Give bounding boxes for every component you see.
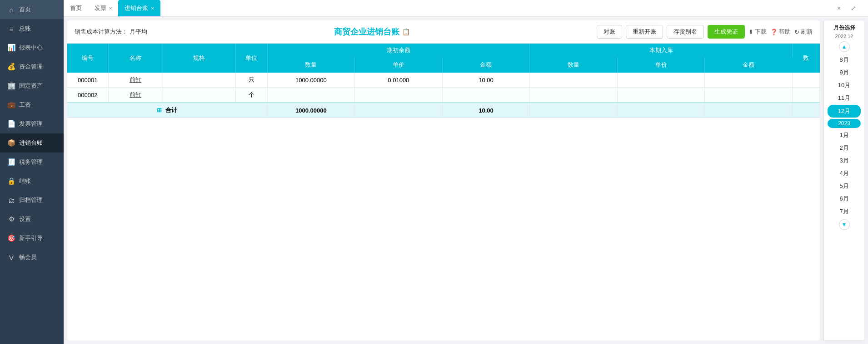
month-11-2022[interactable]: 11月 [824, 92, 864, 104]
month-12-2022[interactable]: 12月 [828, 105, 861, 118]
tab-purchase-sale[interactable]: 进销台账 × [118, 0, 160, 16]
scroll-down-button[interactable]: ▼ [839, 219, 850, 230]
content-area: 销售成本计算方法： 月平均 商贸企业进销台账 📋 对账 重新开账 存货别名 生成… [64, 17, 868, 344]
tab-home[interactable]: 首页 [64, 0, 88, 16]
sidebar-item-invoice-mgmt[interactable]: 📄 发票管理 [0, 114, 64, 133]
sidebar-item-label: 工资 [19, 101, 31, 109]
cell-unit: 只 [235, 73, 267, 88]
close-window-button[interactable]: × [833, 3, 844, 14]
total-text: 合计 [165, 107, 177, 113]
sidebar-item-tax[interactable]: 🧾 税务管理 [0, 152, 64, 172]
month-10-2022[interactable]: 10月 [824, 79, 864, 92]
title-text: 商贸企业进销台账 [334, 26, 399, 37]
cell-inbound-amount [705, 88, 793, 103]
month-2-2023[interactable]: 2月 [824, 142, 864, 154]
total-row: ⊞ 合计 1000.00000 10.00 [67, 103, 820, 118]
sidebar-item-vip[interactable]: V 畅会员 [0, 248, 64, 267]
sidebar-item-label: 结账 [19, 177, 31, 185]
th-extra: 数 [793, 44, 820, 73]
month-panel-title: 月份选择 [833, 24, 855, 32]
maximize-window-button[interactable]: ⤢ [848, 3, 859, 14]
sidebar-item-label: 资金管理 [19, 63, 43, 71]
month-6-2023[interactable]: 6月 [824, 192, 864, 205]
month-4-2023[interactable]: 4月 [824, 167, 864, 180]
table-row: 000002 前缸 个 [67, 88, 820, 103]
sidebar-item-general-ledger[interactable]: ≡ 总账 [0, 19, 64, 38]
cell-inbound-qty [530, 88, 618, 103]
total-inbound-price [617, 103, 705, 118]
toolbar-actions: 对账 重新开账 存货别名 生成凭证 ⬇ 下载 ❓ 帮助 ↻ 刷新 [597, 25, 813, 39]
tabs-bar: 首页 发票 × 进销台账 × × ⤢ [64, 0, 868, 17]
month-7-2023[interactable]: 7月 [824, 205, 864, 218]
cell-spec [163, 88, 235, 103]
cell-unit: 个 [235, 88, 267, 103]
payroll-icon: 💼 [7, 101, 15, 109]
total-opening-qty: 1000.00000 [267, 103, 355, 118]
table-wrapper: 编号 名称 规格 单位 期初余额 本期入库 数 数量 单价 金额 数 [67, 44, 820, 340]
sidebar-item-closing[interactable]: 🔒 结账 [0, 172, 64, 191]
sidebar-item-label: 畅会员 [19, 253, 37, 261]
help-button[interactable]: ❓ 帮助 [770, 28, 791, 36]
sidebar-item-fixed-assets[interactable]: 🏢 固定资产 [0, 76, 64, 95]
download-button[interactable]: ⬇ 下载 [748, 28, 767, 36]
total-opening-price [355, 103, 443, 118]
month-8-2022[interactable]: 8月 [824, 54, 864, 66]
cost-method: 销售成本计算方法： 月平均 [75, 28, 147, 36]
th-spec: 规格 [163, 44, 235, 73]
window-controls: × ⤢ [829, 3, 863, 14]
sidebar-item-settings[interactable]: ⚙ 设置 [0, 210, 64, 229]
refresh-label: 刷新 [801, 28, 813, 36]
cell-name[interactable]: 前缸 [108, 88, 163, 103]
vip-icon: V [7, 254, 15, 261]
reports-icon: 📊 [7, 44, 15, 52]
cell-opening-amount [442, 88, 530, 103]
total-extra [793, 103, 820, 118]
sidebar-item-archive[interactable]: 🗂 归档管理 [0, 191, 64, 210]
sidebar-item-payroll[interactable]: 💼 工资 [0, 95, 64, 114]
save-alias-button[interactable]: 存货别名 [667, 25, 704, 39]
tab-invoice[interactable]: 发票 × [88, 0, 118, 16]
tabs-left: 首页 发票 × 进销台账 × [64, 0, 160, 16]
invoice-mgmt-icon: 📄 [7, 120, 15, 128]
cell-code: 000002 [67, 88, 108, 103]
sidebar-item-guide[interactable]: 🎯 新手引导 [0, 229, 64, 248]
cell-spec [163, 73, 235, 88]
month-9-2022[interactable]: 9月 [824, 66, 864, 79]
reconcile-button[interactable]: 对账 [597, 25, 622, 39]
year-2023-badge: 2023 [828, 119, 861, 128]
cost-method-label: 销售成本计算方法： [75, 28, 128, 35]
cell-inbound-amount [705, 73, 793, 88]
title-info-icon[interactable]: 📋 [402, 28, 410, 35]
th-opening-amount: 金额 [442, 57, 530, 73]
guide-icon: 🎯 [7, 234, 15, 242]
sidebar-item-home[interactable]: ⌂ 首页 [0, 0, 64, 19]
tab-purchase-sale-close[interactable]: × [151, 5, 154, 11]
generate-voucher-button[interactable]: 生成凭证 [708, 25, 745, 39]
sidebar-item-purchase-sale[interactable]: 📦 进销台账 [0, 133, 64, 152]
month-1-2023[interactable]: 1月 [824, 129, 864, 142]
tab-invoice-label: 发票 [95, 4, 106, 12]
th-inbound-price: 单价 [617, 57, 705, 73]
cell-name[interactable]: 前缸 [108, 73, 163, 88]
cell-extra [793, 73, 820, 88]
cost-method-value: 月平均 [130, 28, 147, 35]
month-5-2023[interactable]: 5月 [824, 180, 864, 192]
main-table: 编号 名称 规格 单位 期初余额 本期入库 数 数量 单价 金额 数 [67, 44, 820, 118]
month-3-2023[interactable]: 3月 [824, 154, 864, 167]
sidebar-item-reports[interactable]: 📊 报表中心 [0, 38, 64, 57]
th-unit: 单位 [235, 44, 267, 73]
sidebar: ⌂ 首页 ≡ 总账 📊 报表中心 💰 资金管理 🏢 固定资产 💼 工资 📄 发票… [0, 0, 64, 344]
settings-icon: ⚙ [7, 215, 15, 223]
table-row: 000001 前缸 只 1000.00000 0.01000 10.00 [67, 73, 820, 88]
sidebar-item-funds[interactable]: 💰 资金管理 [0, 57, 64, 76]
page-content: 销售成本计算方法： 月平均 商贸企业进销台账 📋 对账 重新开账 存货别名 生成… [67, 20, 820, 340]
tab-home-label: 首页 [70, 4, 82, 12]
sidebar-item-label: 首页 [19, 5, 31, 14]
tab-invoice-close[interactable]: × [109, 5, 112, 11]
total-inbound-amount [705, 103, 793, 118]
th-inbound: 本期入库 [530, 44, 793, 57]
reopen-button[interactable]: 重新开账 [626, 25, 663, 39]
refresh-button[interactable]: ↻ 刷新 [794, 28, 813, 36]
scroll-up-button[interactable]: ▲ [839, 41, 850, 52]
sidebar-item-label: 报表中心 [19, 44, 43, 52]
